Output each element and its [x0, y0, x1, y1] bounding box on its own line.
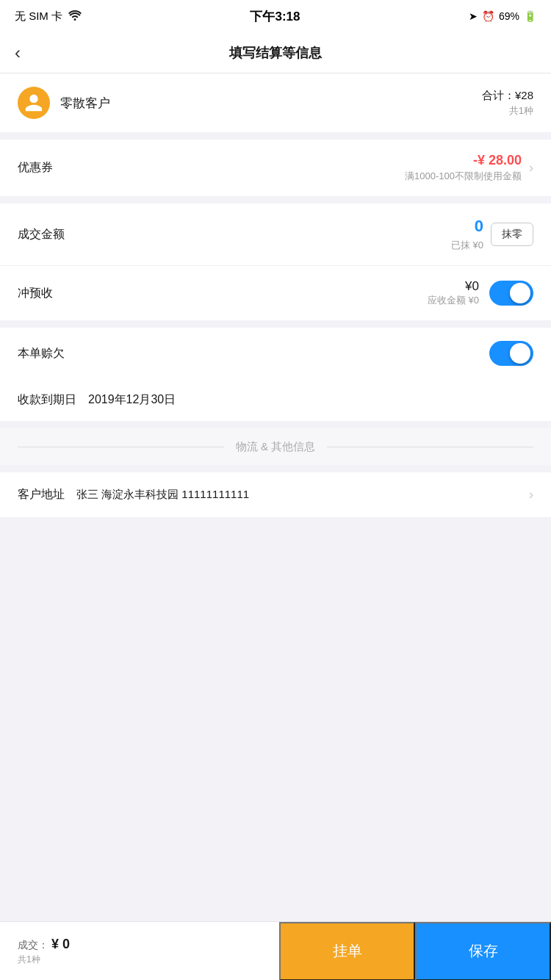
- due-date-row: 收款到期日 2019年12月30日: [0, 379, 551, 421]
- already-rounded-text: 已抹 ¥0: [451, 239, 483, 252]
- hold-button[interactable]: 挂单: [279, 922, 415, 981]
- round-button[interactable]: 抹零: [491, 223, 533, 246]
- bottom-deal-line: 成交： ¥ 0: [18, 937, 262, 952]
- debt-label: 本单赊欠: [18, 346, 65, 361]
- prepay-main-value: ¥0: [428, 279, 479, 294]
- toggle-knob: [510, 283, 530, 303]
- nav-bar: ‹ 填写结算等信息: [0, 32, 551, 73]
- logistics-title-bg: 物流 & 其他信息: [224, 440, 327, 454]
- total-count: 共1种: [482, 104, 533, 118]
- total-amount: 合计：¥28: [482, 89, 533, 103]
- bottom-info: 成交： ¥ 0 共1种: [0, 937, 279, 966]
- coupon-right: -¥ 28.00 满1000-100不限制使用金额 ›: [405, 153, 533, 183]
- customer-name: 零散客户: [60, 95, 110, 112]
- coupon-section: 优惠券 -¥ 28.00 满1000-100不限制使用金额 ›: [0, 140, 551, 196]
- status-bar: 无 SIM 卡 下午3:18 ➤ ⏰ 69% 🔋: [0, 0, 551, 32]
- prepay-toggle[interactable]: [489, 281, 533, 306]
- debt-toggle[interactable]: [489, 341, 533, 366]
- battery-text: 69%: [499, 10, 519, 22]
- coupon-chevron-icon: ›: [529, 160, 533, 176]
- deal-amount-value: 0: [475, 217, 483, 235]
- coupon-discount: -¥ 28.00: [405, 153, 522, 168]
- deal-section: 成交金额 0 已抹 ¥0 抹零 冲预收 ¥0 应收金额 ¥0: [0, 203, 551, 320]
- battery-icon: 🔋: [524, 10, 536, 22]
- debt-toggle-knob: [510, 343, 530, 364]
- prepay-values: ¥0 应收金额 ¥0: [428, 279, 479, 307]
- deal-amount-row: 成交金额 0 已抹 ¥0 抹零: [0, 203, 551, 266]
- customer-left: 零散客户: [18, 87, 110, 119]
- address-section: 客户地址 张三 海淀永丰科技园 11111111111 ›: [0, 472, 551, 517]
- address-value: 张三 海淀永丰科技园 11111111111: [76, 488, 529, 502]
- prepay-right: ¥0 应收金额 ¥0: [428, 279, 533, 307]
- address-row[interactable]: 客户地址 张三 海淀永丰科技园 11111111111 ›: [0, 472, 551, 517]
- address-chevron-icon: ›: [529, 487, 533, 502]
- debt-section: 本单赊欠 收款到期日 2019年12月30日: [0, 328, 551, 421]
- coupon-description: 满1000-100不限制使用金额: [405, 170, 522, 183]
- bottom-bar: 成交： ¥ 0 共1种 挂单 保存: [0, 921, 551, 980]
- logistics-section: 物流 & 其他信息: [0, 428, 551, 465]
- deal-amount-right: 0 已抹 ¥0 抹零: [451, 217, 533, 252]
- customer-avatar: [18, 87, 50, 119]
- bottom-deal-count: 共1种: [18, 954, 262, 966]
- customer-total: 合计：¥28 共1种: [482, 89, 533, 118]
- page-title: 填写结算等信息: [229, 44, 322, 62]
- alarm-icon: ⏰: [482, 10, 494, 22]
- deal-amount-label: 成交金额: [18, 227, 65, 242]
- coupon-label: 优惠券: [18, 160, 53, 176]
- due-date-value: 2019年12月30日: [88, 392, 176, 408]
- status-right: ➤ ⏰ 69% 🔋: [469, 10, 536, 22]
- coupon-values: -¥ 28.00 满1000-100不限制使用金额: [405, 153, 522, 183]
- save-button[interactable]: 保存: [415, 922, 551, 981]
- address-label: 客户地址: [18, 487, 65, 502]
- logistics-header: 物流 & 其他信息: [0, 428, 551, 465]
- due-date-label: 收款到期日: [18, 392, 76, 408]
- deal-amount-values: 0 已抹 ¥0: [451, 217, 483, 252]
- coupon-row[interactable]: 优惠券 -¥ 28.00 满1000-100不限制使用金额 ›: [0, 140, 551, 196]
- bottom-deal-amount: ¥ 0: [51, 937, 70, 952]
- prepay-row: 冲预收 ¥0 应收金额 ¥0: [0, 266, 551, 320]
- content-area: 零散客户 合计：¥28 共1种 优惠券 -¥ 28.00 满1000-100不限…: [0, 73, 551, 598]
- wifi-icon: [68, 10, 82, 23]
- bottom-deal-label: 成交：: [18, 939, 48, 952]
- carrier-text: 无 SIM 卡: [15, 10, 62, 24]
- location-icon: ➤: [469, 10, 478, 22]
- prepay-label: 冲预收: [18, 286, 53, 301]
- logistics-title: 物流 & 其他信息: [236, 440, 315, 453]
- customer-section: 零散客户 合计：¥28 共1种: [0, 73, 551, 132]
- customer-row: 零散客户 合计：¥28 共1种: [0, 73, 551, 132]
- prepay-sub-value: 应收金额 ¥0: [428, 294, 479, 307]
- debt-row: 本单赊欠: [0, 328, 551, 379]
- status-time: 下午3:18: [250, 8, 300, 25]
- status-left: 无 SIM 卡: [15, 10, 82, 24]
- back-button[interactable]: ‹: [15, 43, 21, 63]
